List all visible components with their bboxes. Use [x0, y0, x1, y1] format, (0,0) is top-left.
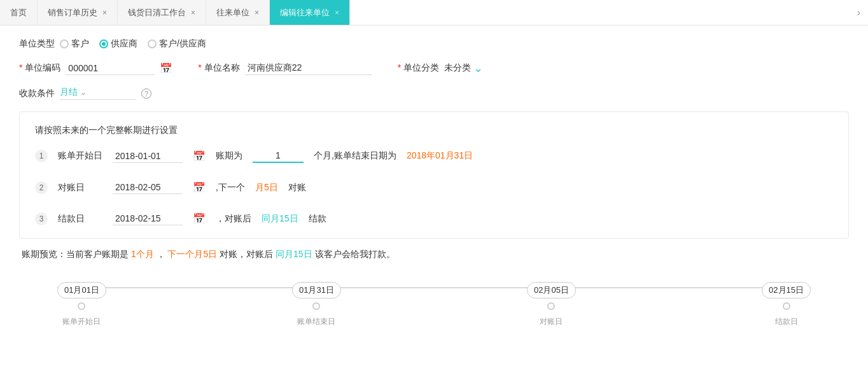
radio-supplier[interactable]: 供应商 [99, 38, 137, 50]
period-row-3: 3 结款日 📅 ，对账后 同月15日 结款 [35, 212, 833, 225]
period-end-date-highlight: 2018年01月31日 [407, 150, 473, 162]
preview-part1: 1个月 [131, 249, 154, 259]
period-month-input[interactable] [253, 149, 304, 163]
timeline-point-0: 01月01日 账单开始日 [57, 282, 106, 327]
radio-both[interactable]: 客户/供应商 [148, 38, 206, 50]
preview-sep1: ， [157, 249, 165, 259]
unit-type-field: 单位类型 客户 供应商 客户/供应商 [19, 38, 206, 50]
unit-code-label: 单位编码 [19, 62, 60, 74]
period-num-3: 3 [35, 213, 48, 225]
tab-cash-work[interactable]: 钱货日清工作台 × [118, 0, 206, 25]
unit-name-label: 单位名称 [198, 62, 239, 74]
unit-name-field: 单位名称 [198, 62, 372, 75]
payment-terms-help-icon[interactable]: ? [141, 88, 151, 99]
timeline-points: 01月01日 账单开始日 01月31日 账单结束日 02月05日 对账日 02月… [19, 282, 849, 327]
period-suffix-1a: 账期为 [216, 150, 242, 162]
radio-customer[interactable]: 客户 [60, 38, 89, 50]
unit-code-calendar-icon[interactable]: 📅 [160, 62, 172, 74]
timeline-point-2: 02月05日 对账日 [527, 282, 576, 327]
period-label-3: 结款日 [58, 213, 102, 225]
period-box-title: 请按照未来的一个完整帐期进行设置 [35, 125, 833, 136]
period-label-2: 对账日 [58, 182, 102, 194]
tab-edit-partner[interactable]: 编辑往来单位 × [270, 0, 350, 25]
preview-text: 账期预览：当前客户账期是 1个月 ， 下一个月5日 对账，对账后 同月15日 该… [19, 249, 849, 260]
timeline-wrapper: 01月01日 账单开始日 01月31日 账单结束日 02月05日 对账日 02月… [19, 276, 849, 346]
period-suffix-3b: 结款 [309, 213, 326, 225]
timeline-label-1: 账单结束日 [297, 316, 335, 327]
payment-terms-field: 收款条件 月结 ⌄ ? [19, 87, 151, 100]
radio-both-circle [148, 39, 157, 48]
timeline-label-0: 账单开始日 [62, 316, 101, 327]
timeline-badge-3: 02月15日 [762, 282, 811, 299]
period-suffix-3a: ，对账后 [216, 213, 251, 225]
period-start-date-input[interactable] [113, 150, 183, 163]
tab-arrow[interactable]: › [850, 7, 868, 18]
unit-type-label: 单位类型 [19, 38, 55, 50]
timeline-badge-2: 02月05日 [527, 282, 576, 299]
timeline-dot-0 [78, 302, 85, 310]
tab-cash-work-close[interactable]: × [191, 8, 195, 17]
period-row-2: 2 对账日 📅 ,下一个月5日 对账 [35, 181, 833, 194]
period-settings-box: 请按照未来的一个完整帐期进行设置 1 账单开始日 📅 账期为 个月,账单结束日期… [19, 111, 849, 239]
period-settle-calendar-icon[interactable]: 📅 [193, 213, 206, 225]
preview-part2: 下一个月5日 [167, 249, 217, 259]
period-start-calendar-icon[interactable]: 📅 [193, 150, 206, 162]
timeline-dot-3 [783, 302, 790, 310]
tab-partner-unit-close[interactable]: × [255, 8, 259, 17]
unit-category-field: 单位分类 未分类 ⌄ [398, 61, 483, 75]
payment-terms-chevron: ⌄ [80, 88, 87, 97]
preview-suffix: 该客户会给我打款。 [315, 249, 395, 259]
period-num-2: 2 [35, 181, 48, 194]
period-recon-highlight: 月5日 [255, 182, 278, 194]
tab-sales-history[interactable]: 销售订单历史 × [38, 0, 118, 25]
unit-info-row: 单位编码 📅 单位名称 单位分类 未分类 ⌄ [19, 61, 849, 75]
timeline-point-3: 02月15日 结款日 [762, 282, 811, 327]
timeline-dot-1 [312, 302, 320, 310]
payment-terms-select[interactable]: 月结 ⌄ [60, 87, 136, 100]
timeline-badge-0: 01月01日 [57, 282, 106, 299]
period-suffix-2b: 对账 [288, 182, 306, 194]
main-content: 单位类型 客户 供应商 客户/供应商 单位编码 📅 [0, 25, 868, 387]
payment-terms-value: 月结 [60, 87, 78, 98]
timeline-badge-1: 01月31日 [292, 282, 341, 299]
unit-category-chevron: ⌄ [473, 61, 483, 75]
preview-prefix: 账期预览：当前客户账期是 [22, 249, 129, 259]
period-suffix-2a: ,下一个 [216, 182, 245, 194]
unit-code-field: 单位编码 📅 [19, 62, 172, 75]
period-settle-highlight: 同月15日 [262, 213, 298, 225]
timeline-label-3: 结款日 [775, 316, 798, 327]
tab-sales-history-close[interactable]: × [102, 8, 107, 17]
timeline-label-2: 对账日 [540, 316, 563, 327]
radio-customer-circle [60, 39, 69, 48]
period-label-1: 账单开始日 [58, 150, 102, 162]
preview-mid: 对账，对账后 [220, 249, 273, 259]
period-recon-date-input[interactable] [113, 181, 183, 194]
timeline-dot-2 [547, 302, 555, 310]
unit-name-input[interactable] [245, 62, 372, 75]
unit-category-label: 单位分类 [398, 62, 439, 74]
period-suffix-1b: 个月,账单结束日期为 [314, 150, 396, 162]
tab-bar: 首页 销售订单历史 × 钱货日清工作台 × 往来单位 × 编辑往来单位 × › [0, 0, 868, 25]
unit-category-value: 未分类 [444, 62, 471, 74]
tab-home[interactable]: 首页 [0, 0, 38, 25]
unit-category-select[interactable]: 未分类 ⌄ [444, 61, 483, 75]
tab-edit-partner-close[interactable]: × [335, 8, 339, 17]
preview-part3: 同月15日 [276, 249, 312, 259]
unit-code-input[interactable] [66, 62, 155, 75]
period-row-1: 1 账单开始日 📅 账期为 个月,账单结束日期为 2018年01月31日 [35, 149, 833, 163]
payment-terms-label: 收款条件 [19, 88, 55, 99]
unit-type-row: 单位类型 客户 供应商 客户/供应商 [19, 38, 849, 50]
tab-partner-unit[interactable]: 往来单位 × [206, 0, 270, 25]
period-recon-calendar-icon[interactable]: 📅 [193, 181, 206, 194]
period-settle-date-input[interactable] [113, 212, 183, 225]
period-num-1: 1 [35, 150, 48, 162]
unit-type-radio-group: 客户 供应商 客户/供应商 [60, 38, 206, 50]
payment-terms-row: 收款条件 月结 ⌄ ? [19, 87, 849, 100]
radio-supplier-circle [99, 39, 108, 48]
timeline-point-1: 01月31日 账单结束日 [292, 282, 341, 327]
